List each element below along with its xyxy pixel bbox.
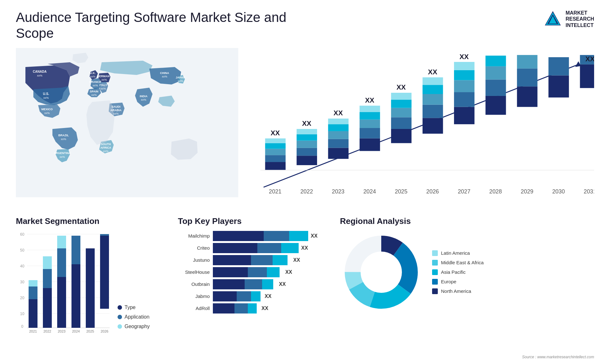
player-label-adroll: XX <box>261 306 268 311</box>
svg-rect-82 <box>454 80 474 92</box>
player-label-jabmo: XX <box>265 293 271 299</box>
player-row-adroll: AdRoll XX <box>178 303 330 313</box>
svg-text:2027: 2027 <box>458 188 471 195</box>
svg-rect-46 <box>297 148 317 156</box>
svg-rect-55 <box>328 124 349 131</box>
svg-text:GERMANY: GERMANY <box>97 75 112 78</box>
svg-text:ARGENTINA: ARGENTINA <box>54 152 71 155</box>
svg-rect-60 <box>360 128 380 138</box>
svg-rect-52 <box>328 148 349 159</box>
svg-rect-128 <box>57 236 66 248</box>
logo-container: MARKET RESEARCH INTELLECT <box>543 10 594 29</box>
svg-text:MEXICO: MEXICO <box>41 108 53 111</box>
svg-rect-96 <box>548 75 569 97</box>
svg-text:40: 40 <box>20 264 24 268</box>
player-label-criteo: XX <box>301 245 308 251</box>
svg-text:ITALY: ITALY <box>99 84 107 87</box>
svg-text:xx%: xx% <box>92 84 98 87</box>
legend-color-asiapacific <box>432 269 438 275</box>
svg-rect-84 <box>454 62 474 70</box>
logo-line2: RESEARCH <box>566 16 594 22</box>
svg-rect-40 <box>265 149 286 155</box>
source-text: Source : www.marketresearchintellect.com <box>522 355 594 359</box>
svg-rect-135 <box>100 236 109 309</box>
player-row-steelhouse: SteelHouse XX <box>178 267 330 277</box>
svg-text:2022: 2022 <box>300 188 313 195</box>
svg-rect-88 <box>485 79 506 96</box>
page-title: Audience Targeting Software Market Size … <box>16 10 302 42</box>
svg-text:2028: 2028 <box>489 188 502 195</box>
svg-rect-81 <box>454 92 474 107</box>
svg-rect-87 <box>485 96 506 115</box>
player-row-criteo: Criteo XX <box>178 243 330 253</box>
svg-rect-69 <box>391 100 411 108</box>
svg-text:2025: 2025 <box>86 329 94 333</box>
svg-rect-76 <box>423 85 443 94</box>
svg-rect-80 <box>454 107 474 124</box>
logo-line3: INTELLECT <box>566 22 594 28</box>
player-name-mailchimp: Mailchimp <box>178 233 210 239</box>
svg-rect-61 <box>360 119 380 128</box>
svg-text:xx%: xx% <box>59 155 65 158</box>
svg-text:XX: XX <box>302 119 312 127</box>
svg-text:xx%: xx% <box>61 138 66 141</box>
svg-text:10: 10 <box>20 312 24 316</box>
legend-geography-label: Geography <box>125 324 150 329</box>
logo-text: MARKET RESEARCH INTELLECT <box>566 10 594 28</box>
svg-rect-130 <box>71 264 80 328</box>
svg-text:INDIA: INDIA <box>140 95 148 98</box>
svg-text:2023: 2023 <box>332 188 345 195</box>
regional-legend-northamerica: North America <box>432 288 484 294</box>
svg-rect-54 <box>328 131 349 139</box>
svg-rect-70 <box>391 93 411 100</box>
players-title: Top Key Players <box>178 216 330 226</box>
svg-rect-93 <box>517 69 537 86</box>
svg-rect-133 <box>86 248 95 328</box>
svg-rect-49 <box>297 129 317 134</box>
svg-text:xx%: xx% <box>162 75 167 78</box>
svg-rect-89 <box>485 66 506 80</box>
svg-text:xx%: xx% <box>90 75 95 78</box>
svg-rect-127 <box>57 248 66 277</box>
svg-rect-136 <box>100 234 109 236</box>
svg-text:SAUDI: SAUDI <box>112 105 120 108</box>
regional-legend-mea: Middle East & Africa <box>432 260 484 266</box>
svg-text:xx%: xx% <box>103 150 108 153</box>
player-bar-steelhouse: XX <box>213 267 330 277</box>
legend-type-label: Type <box>125 305 136 310</box>
svg-rect-118 <box>29 299 37 328</box>
svg-text:xx%: xx% <box>44 111 50 115</box>
logo-box: MARKET RESEARCH INTELLECT <box>543 10 594 29</box>
svg-text:CHINA: CHINA <box>160 71 169 75</box>
svg-text:ARABIA: ARABIA <box>111 109 122 112</box>
svg-rect-45 <box>297 156 317 165</box>
svg-rect-119 <box>29 286 37 299</box>
svg-rect-67 <box>391 117 411 129</box>
player-bar-outbrain: XX <box>213 279 330 289</box>
page-container: Audience Targeting Software Market Size … <box>0 0 610 364</box>
logo-icon <box>543 10 562 29</box>
svg-rect-92 <box>517 86 537 107</box>
legend-latin-label: Latin America <box>441 250 470 256</box>
legend-application-dot <box>118 315 122 319</box>
growth-bar-chart: XX 2021 XX 2022 XX 2023 <box>248 54 594 204</box>
svg-text:2021: 2021 <box>29 329 37 333</box>
donut-container: Latin America Middle East & Africa Asia … <box>340 231 594 313</box>
legend-application-label: Application <box>125 314 149 320</box>
player-label-mailchimp: XX <box>311 233 317 239</box>
player-bar-mailchimp: XX <box>213 231 330 241</box>
svg-rect-42 <box>265 138 286 143</box>
svg-text:20: 20 <box>20 296 24 300</box>
svg-text:2031: 2031 <box>584 188 594 195</box>
content-bottom: Market Segmentation 60 50 40 30 20 10 0 <box>16 216 594 353</box>
svg-rect-38 <box>265 162 286 170</box>
svg-text:2025: 2025 <box>395 188 408 195</box>
svg-text:2023: 2023 <box>58 329 65 333</box>
legend-geography: Geography <box>118 324 150 329</box>
svg-text:FRANCE: FRANCE <box>89 80 101 84</box>
player-name-steelhouse: SteelHouse <box>178 269 210 275</box>
player-name-outbrain: Outbrain <box>178 281 210 287</box>
svg-rect-41 <box>265 143 286 149</box>
player-bar-criteo: XX <box>213 243 330 253</box>
svg-text:30: 30 <box>20 280 24 284</box>
